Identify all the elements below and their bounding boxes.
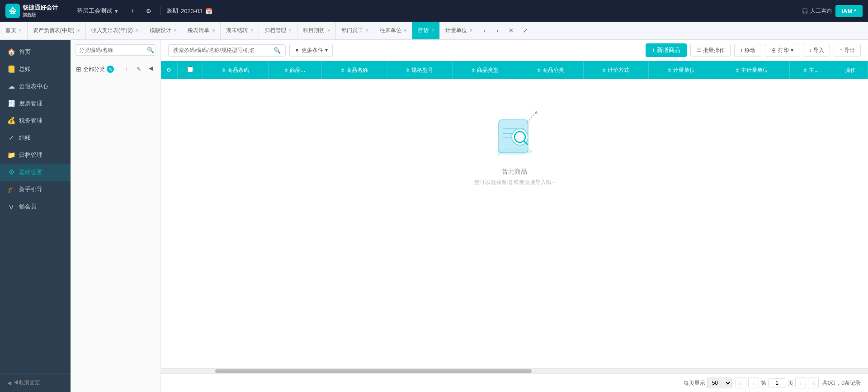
export-button[interactable]: ↑ 导出 [834,44,861,57]
sidebar-item-tax[interactable]: 💰 税务管理 [0,112,71,129]
add-tab-button[interactable]: ＋ [126,5,139,17]
tab-dept[interactable]: 部门员工 × [336,22,374,40]
sidebar-item-reports[interactable]: ☁ 云报表中心 [0,78,71,95]
company-selector[interactable]: 基层工会测试 ▾ [72,5,123,17]
tab-subject[interactable]: 科目期初 × [297,22,336,40]
tab-template-close[interactable]: × [174,28,177,33]
tab-archive-close[interactable]: × [289,28,292,33]
th-name[interactable]: 商品名称 [321,61,387,79]
sidebar-guide-label: 新手引导 [19,185,42,194]
calendar-icon[interactable]: 📅 [205,8,212,14]
toolbar-search-icon[interactable]: 🔍 [274,47,281,54]
tab-period-end[interactable]: 期末结转 × [221,22,259,40]
add-product-button[interactable]: + 新增商品 [646,43,687,57]
tab-inventory[interactable]: 存货 × [412,22,440,40]
category-search-icon[interactable]: 🔍 [147,47,154,53]
tab-subject-close[interactable]: × [327,28,330,33]
sidebar-archive-label: 归档管理 [19,151,42,159]
tab-home-close[interactable]: × [19,28,22,33]
close-period-icon: ✓ [7,134,15,142]
sidebar-item-member[interactable]: V 畅会员 [0,198,71,215]
sidebar-item-invoice[interactable]: 🧾 发票管理 [0,95,71,112]
empty-icon [487,106,542,161]
category-add-button[interactable]: + [121,64,132,75]
category-edit-button[interactable]: ✎ [133,64,144,75]
scrollbar-thumb[interactable] [215,369,532,373]
th-main-unit[interactable]: 主计量单位 [714,61,789,79]
sidebar-member-label: 畅会员 [19,203,37,211]
price-sort-icon[interactable] [602,68,606,72]
name-sort-icon[interactable] [341,68,344,72]
tab-tax[interactable]: 税表清单 × [182,22,221,40]
prev-page-button[interactable]: ‹ [748,378,759,388]
logo-sub: 旗舰版 [23,12,58,18]
tab-tax-label: 税表清单 [188,27,209,34]
tab-income[interactable]: 收入支出表(年报) × [86,22,144,40]
tab-period-end-close[interactable]: × [250,28,253,33]
th-type[interactable]: 商品类型 [453,61,518,79]
tab-dept-label: 部门员工 [341,27,363,34]
tab-balance-sheet[interactable]: 资产负债表(中期) × [28,22,86,40]
tab-tax-close[interactable]: × [212,28,215,33]
th-barcode[interactable]: 商品条码 [203,61,268,79]
expand-tabs-button[interactable]: ⤢ [518,22,533,40]
tab-next-button[interactable]: › [491,22,504,40]
tab-archive[interactable]: 归档管理 × [259,22,297,40]
settings-icon[interactable]: ⚙ [142,5,155,17]
import-icon: ↓ [809,47,811,53]
th-code[interactable]: 商品... [268,61,321,79]
spec-sort-icon[interactable] [406,68,410,72]
tab-unit-close[interactable]: × [470,28,472,33]
panel-collapse-button[interactable]: ◀ [146,64,155,73]
th-settings[interactable]: ⚙ [161,61,177,79]
sidebar-item-home[interactable]: 🏠 首页 [0,43,71,61]
th-spec[interactable]: 规格型号 [387,61,453,79]
close-all-tabs-button[interactable]: ✕ [504,22,518,40]
sidebar-collapse-button[interactable]: ◀ ◀取消固定 [0,373,71,392]
th-price-method[interactable]: 计价方式 [583,61,649,79]
category-search-input[interactable] [79,47,147,53]
sidebar-item-ledger[interactable]: 📒 总账 [0,61,71,78]
code-sort-icon[interactable] [284,68,288,72]
th-checkbox[interactable] [177,61,203,79]
th-category[interactable]: 商品分类 [518,61,583,79]
sidebar-item-close-period[interactable]: ✓ 结账 [0,129,71,146]
select-all-checkbox[interactable] [187,66,193,72]
unit-sort-icon[interactable] [668,68,671,72]
consult-button[interactable]: 🎧 人工咨询 [802,7,832,15]
sidebar-item-settings[interactable]: ⚙ 基础设置 [0,164,71,181]
move-button[interactable]: ↕ 移动 [734,44,761,57]
horizontal-scrollbar[interactable] [161,368,868,373]
tab-contacts-close[interactable]: × [404,28,407,33]
th-category-label: 商品分类 [542,66,564,74]
tab-balance-close[interactable]: × [77,28,80,33]
account-button[interactable]: iAM * [835,5,863,17]
th-unit[interactable]: 计量单位 [649,61,714,79]
toolbar-search-input[interactable] [173,47,271,53]
more-filter-button[interactable]: ▼ 更多条件 ▾ [289,44,333,57]
print-button[interactable]: 🖨 打印 ▾ [765,44,799,57]
category-sort-icon[interactable] [537,68,541,72]
tab-template[interactable]: 模版设计 × [144,22,183,40]
import-button[interactable]: ↓ 导入 [803,44,830,57]
tab-unit[interactable]: 计量单位 × [440,22,478,40]
tab-contacts[interactable]: 往来单位 × [374,22,413,40]
tab-income-close[interactable]: × [136,28,138,33]
th-extra[interactable]: 主... [790,61,833,79]
sidebar-item-archive[interactable]: 📁 归档管理 [0,146,71,164]
page-number-input[interactable] [768,378,786,387]
tab-dept-close[interactable]: × [366,28,368,33]
tab-inventory-close[interactable]: × [431,28,434,33]
sidebar-item-guide[interactable]: 🎓 新手引导 [0,181,71,198]
main-unit-sort-icon[interactable] [736,68,739,72]
page-size-select[interactable]: 50 100 200 [707,378,732,388]
tab-home[interactable]: 首页 × [0,22,28,40]
extra-sort-icon[interactable] [803,68,807,72]
type-sort-icon[interactable] [472,68,475,72]
next-page-button[interactable]: › [795,378,806,388]
first-page-button[interactable]: |‹ [736,378,746,388]
batch-operation-button[interactable]: ☰ 批量操作 [690,44,731,57]
last-page-button[interactable]: ›| [808,378,819,388]
barcode-sort-icon[interactable] [222,68,226,72]
tab-prev-button[interactable]: ‹ [478,22,491,40]
